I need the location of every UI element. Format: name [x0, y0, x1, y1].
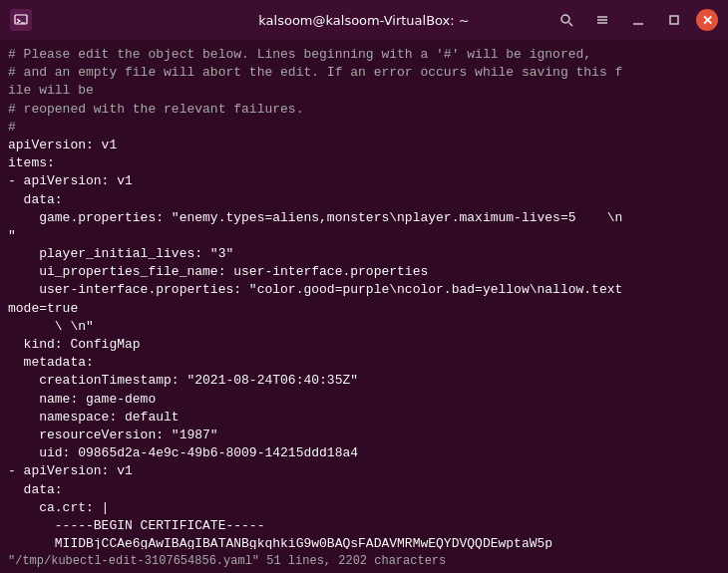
terminal-line: mode=true: [8, 301, 78, 316]
close-button[interactable]: ✕: [696, 9, 718, 31]
terminal-line: - apiVersion: v1: [8, 463, 133, 478]
terminal-content[interactable]: # Please edit the object below. Lines be…: [0, 40, 728, 549]
terminal-line: #: [8, 120, 16, 135]
terminal-line: data:: [8, 192, 63, 207]
terminal-line: kind: ConfigMap: [8, 337, 141, 352]
terminal-line: data:: [8, 482, 63, 497]
terminal-line: player_initial_lives: "3": [8, 246, 233, 261]
svg-line-3: [569, 23, 573, 27]
status-bar: "/tmp/kubectl-edit-3107654856.yaml" 51 l…: [0, 549, 728, 573]
maximize-button[interactable]: [660, 6, 688, 34]
terminal-line: name: game-demo: [8, 392, 156, 407]
title-bar: kalsoom@kalsoom-VirtualBox: ~: [0, 0, 728, 40]
terminal-line: -----BEGIN CERTIFICATE-----: [8, 518, 264, 533]
terminal-line: uid: 09865d2a-4e9c-49b6-8009-14215ddd18a…: [8, 445, 358, 460]
terminal-line: MIIDBjCCAe6gAwIBAgIBATANBgkqhkiG9w0BAQsF…: [8, 536, 552, 549]
terminal-line: resourceVersion: "1987": [8, 428, 218, 442]
title-bar-left: [10, 9, 32, 31]
terminal-line: ui_properties_file_name: user-interface.…: [8, 264, 428, 279]
terminal-line: \ \n": [8, 319, 94, 334]
terminal-line: ca.crt: |: [8, 500, 109, 515]
terminal-line: namespace: default: [8, 410, 180, 425]
svg-point-2: [561, 15, 569, 23]
terminal-line: creationTimestamp: "2021-08-24T06:40:35Z…: [8, 373, 358, 388]
title-bar-controls: ✕: [552, 6, 718, 34]
terminal-line: # Please edit the object below. Lines be…: [8, 47, 591, 62]
terminal-line: # reopened with the relevant failures.: [8, 102, 303, 117]
terminal-line: game.properties: "enemy.types=aliens,mon…: [8, 210, 622, 225]
terminal-window: kalsoom@kalsoom-VirtualBox: ~: [0, 0, 728, 573]
terminal-line: apiVersion: v1: [8, 138, 117, 152]
terminal-line: items:: [8, 155, 55, 170]
svg-rect-8: [670, 16, 678, 24]
terminal-line: metadata:: [8, 355, 94, 370]
window-title: kalsoom@kalsoom-VirtualBox: ~: [258, 13, 469, 28]
terminal-icon: [10, 9, 32, 31]
terminal-line: user-interface.properties: "color.good=p…: [8, 282, 622, 297]
menu-button[interactable]: [588, 6, 616, 34]
terminal-line: - apiVersion: v1: [8, 173, 133, 188]
terminal-line: # and an empty file will abort the edit.…: [8, 65, 622, 80]
minimize-button[interactable]: [624, 6, 652, 34]
terminal-line: ile will be: [8, 83, 94, 98]
terminal-line: ": [8, 228, 16, 243]
search-button[interactable]: [552, 6, 580, 34]
status-text: "/tmp/kubectl-edit-3107654856.yaml" 51 l…: [8, 554, 446, 568]
